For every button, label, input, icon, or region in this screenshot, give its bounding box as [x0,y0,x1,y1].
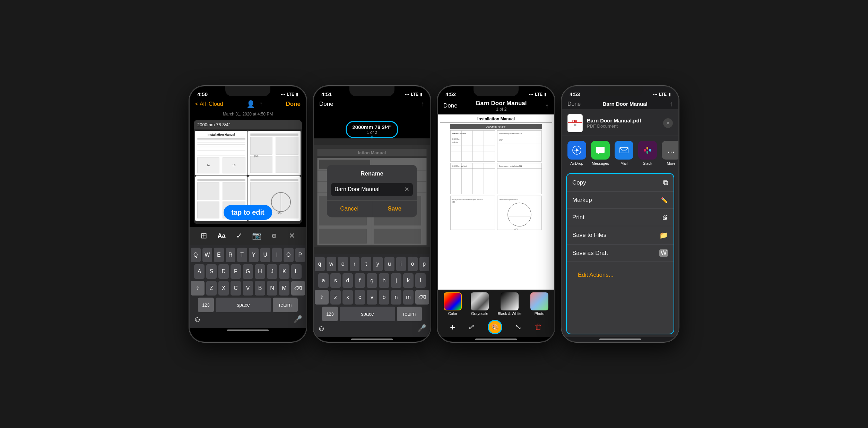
share-app-mail[interactable]: Mail [615,141,633,165]
key2-q[interactable]: q [315,257,325,271]
key-c[interactable]: C [231,281,241,296]
key-h[interactable]: H [255,264,265,279]
key2-z[interactable]: z [330,290,341,305]
share-app-more[interactable]: … More [662,141,678,165]
key-space[interactable]: space [216,298,271,312]
key-delete[interactable]: ⌫ [291,281,305,296]
key-e[interactable]: E [214,248,224,262]
key2-v[interactable]: v [367,290,377,305]
filter-grayscale[interactable]: Grayscale [471,292,489,316]
rename-input-wrap[interactable]: Barn Door Manual ✕ [331,183,413,196]
key2-y[interactable]: y [373,257,383,271]
filter-active-btn[interactable]: 🎨 [488,320,502,334]
share-close-btn[interactable]: ✕ [663,118,673,128]
key-r[interactable]: R [226,248,236,262]
action-markup[interactable]: Markup ✏️ [567,192,674,209]
filter-photo[interactable]: Photo [530,292,548,316]
close-btn-1[interactable]: ✕ [286,230,298,242]
key2-b[interactable]: b [379,290,389,305]
scan-btn[interactable]: ⊕ [268,230,280,242]
key2-h[interactable]: h [379,273,389,288]
key2-r[interactable]: r [350,257,360,271]
key-m[interactable]: M [279,281,289,296]
share-app-airdrop[interactable]: AirDrop [567,141,586,165]
key-k[interactable]: K [279,264,289,279]
key-b[interactable]: B [255,281,265,296]
back-button-1[interactable]: < All iCloud [195,101,223,107]
key-t[interactable]: T [237,248,247,262]
rename-cancel-btn[interactable]: Cancel [327,200,372,217]
key2-l[interactable]: l [415,273,426,288]
key2-g[interactable]: g [367,273,377,288]
key2-f[interactable]: f [355,273,365,288]
share-app-slack[interactable]: Slack [638,141,657,165]
rename-clear-btn[interactable]: ✕ [404,186,409,193]
key2-k[interactable]: k [403,273,414,288]
key-q[interactable]: Q [191,248,201,262]
key2-d[interactable]: d [342,273,353,288]
key-w[interactable]: W [202,248,212,262]
action-copy[interactable]: Copy ⧉ [567,174,674,192]
key-shift[interactable]: ⇧ [191,281,205,296]
edit-actions-label[interactable]: Edit Actions... [572,267,619,283]
key2-i[interactable]: i [396,257,406,271]
done-button-1[interactable]: Done [286,101,301,108]
mic-btn[interactable]: 🎤 [294,315,302,324]
key2-o[interactable]: o [408,257,418,271]
text-btn[interactable]: Aa [215,230,228,242]
share-icon-3[interactable]: ↑ [545,102,549,110]
key-j[interactable]: J [267,264,277,279]
profile-icon[interactable]: 👤 [246,100,255,108]
key-p[interactable]: P [295,248,305,262]
key2-w[interactable]: w [327,257,337,271]
key-i[interactable]: I [272,248,282,262]
key-return[interactable]: return [273,298,298,312]
action-save-draft[interactable]: Save as Draft W [567,245,674,262]
key2-delete[interactable]: ⌫ [415,290,429,305]
key2-e[interactable]: e [338,257,348,271]
key2-a[interactable]: a [318,273,329,288]
key-123[interactable]: 123 [198,298,214,312]
key-u[interactable]: U [260,248,270,262]
key-d[interactable]: D [218,264,229,279]
action-save-files[interactable]: Save to Files 📁 [567,226,674,245]
mic-btn-2[interactable]: 🎤 [418,324,426,333]
add-tool-btn[interactable]: + [450,322,455,333]
check-btn[interactable]: ✓ [233,230,245,242]
key-y[interactable]: Y [249,248,259,262]
share-icon-2[interactable]: ↑ [421,100,425,108]
key-v[interactable]: V [243,281,253,296]
emoji-btn[interactable]: ☺ [193,315,201,324]
key-l[interactable]: L [291,264,302,279]
key2-m[interactable]: m [403,290,414,305]
key-a[interactable]: A [194,264,205,279]
key2-shift[interactable]: ⇧ [315,290,329,305]
rename-input-text[interactable]: Barn Door Manual [335,186,404,192]
key-g[interactable]: G [243,264,253,279]
key2-123[interactable]: 123 [322,307,338,321]
key2-u[interactable]: u [384,257,394,271]
key-f[interactable]: F [231,264,241,279]
key2-n[interactable]: n [391,290,401,305]
done-button-3[interactable]: Done [443,102,458,109]
filter-bw[interactable]: Black & White [498,292,521,316]
key-z[interactable]: Z [206,281,217,296]
crop-tool-btn[interactable]: ⤢ [468,323,475,332]
key-s[interactable]: S [206,264,217,279]
key2-c[interactable]: c [355,290,365,305]
key2-t[interactable]: t [361,257,371,271]
key2-j[interactable]: j [391,273,401,288]
table-btn[interactable]: ⊞ [198,230,210,242]
key2-return[interactable]: return [397,307,422,321]
share-app-messages[interactable]: Messages [591,141,610,165]
action-edit[interactable]: Edit Actions... [567,262,674,288]
key2-x[interactable]: x [342,290,353,305]
resize-tool-btn[interactable]: ⤡ [515,323,521,332]
key-o[interactable]: O [284,248,294,262]
key-x[interactable]: X [218,281,229,296]
share-icon-1[interactable]: ↑ [259,100,263,108]
rename-save-btn[interactable]: Save [372,200,417,217]
tap-to-edit-label[interactable]: tap to edit [224,205,272,220]
done-button-2[interactable]: Done [319,101,333,108]
key2-p[interactable]: p [419,257,429,271]
